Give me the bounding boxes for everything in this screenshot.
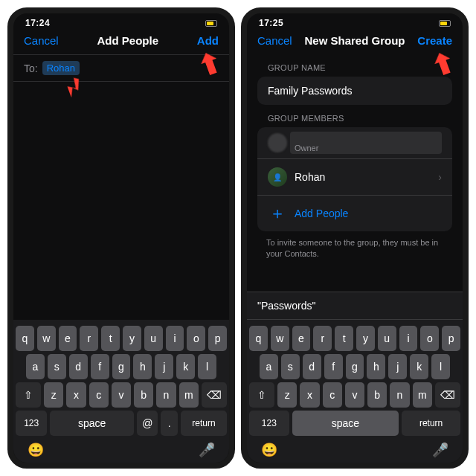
empty-content [13, 82, 229, 320]
mic-icon[interactable]: 🎤 [199, 442, 215, 458]
page-title: Add People [97, 34, 159, 47]
group-name-input[interactable] [268, 85, 442, 97]
keyboard[interactable]: q w e r t y u i o p a s d f g h [247, 320, 463, 463]
key-v[interactable]: v [345, 382, 364, 408]
key-j[interactable]: j [388, 354, 407, 379]
key-k[interactable]: k [410, 354, 428, 379]
avatar [268, 133, 287, 152]
key-e[interactable]: e [292, 326, 311, 351]
key-numbers[interactable]: 123 [249, 411, 289, 436]
key-space[interactable]: space [50, 411, 134, 436]
key-y[interactable]: y [356, 326, 375, 351]
key-f[interactable]: f [324, 354, 343, 379]
phone-new-shared-group: 17:25 Cancel New Shared Group Create GRO… [241, 7, 469, 469]
add-people-row[interactable]: ＋ Add People [257, 195, 452, 231]
keyboard[interactable]: q w e r t y u i o p a s d f g h [13, 320, 229, 463]
key-at[interactable]: @ [137, 411, 158, 436]
key-j[interactable]: j [155, 354, 173, 379]
phone-add-people: 17:24 Cancel Add People Add To: Rohan q … [7, 7, 235, 469]
key-shift[interactable]: ⇧ [249, 382, 274, 408]
key-u[interactable]: u [378, 326, 396, 351]
keyboard-row-3: ⇧ z x c v b n m ⌫ [249, 382, 460, 408]
key-z[interactable]: z [277, 382, 297, 408]
key-q[interactable]: q [16, 326, 34, 351]
key-i[interactable]: i [166, 326, 184, 351]
key-v[interactable]: v [112, 382, 131, 408]
key-d[interactable]: d [69, 354, 88, 379]
key-o[interactable]: o [420, 326, 439, 351]
key-s[interactable]: s [48, 354, 66, 379]
key-n[interactable]: n [156, 382, 176, 408]
key-z[interactable]: z [44, 382, 63, 408]
group-members-card: Owner 👤 Rohan › ＋ Add People [257, 127, 452, 231]
key-x[interactable]: x [300, 382, 319, 408]
battery-icon [205, 20, 217, 27]
key-numbers[interactable]: 123 [16, 411, 47, 436]
key-x[interactable]: x [66, 382, 86, 408]
key-i[interactable]: i [399, 326, 418, 351]
key-t[interactable]: t [101, 326, 120, 351]
key-a[interactable]: a [26, 354, 45, 379]
cancel-button[interactable]: Cancel [24, 34, 59, 47]
create-button[interactable]: Create [417, 34, 452, 47]
key-r[interactable]: r [313, 326, 332, 351]
keyboard-row-4: 123 space @ . return [16, 411, 227, 436]
key-s[interactable]: s [281, 354, 300, 379]
status-time: 17:24 [25, 18, 50, 28]
key-c[interactable]: c [323, 382, 342, 408]
key-o[interactable]: o [187, 326, 205, 351]
key-b[interactable]: b [367, 382, 387, 408]
mic-icon[interactable]: 🎤 [432, 442, 448, 458]
status-time: 17:25 [259, 18, 283, 28]
add-button[interactable]: Add [197, 34, 219, 47]
navbar: Cancel Add People Add [13, 30, 229, 54]
key-dot[interactable]: . [161, 411, 178, 436]
key-l[interactable]: l [431, 354, 450, 379]
key-b[interactable]: b [134, 382, 153, 408]
member-name: Rohan [295, 171, 325, 183]
key-w[interactable]: w [37, 326, 56, 351]
member-row[interactable]: 👤 Rohan › [257, 158, 452, 195]
key-w[interactable]: w [271, 326, 289, 351]
key-p[interactable]: p [208, 326, 227, 351]
key-q[interactable]: q [249, 326, 268, 351]
key-space[interactable]: space [292, 411, 399, 436]
key-d[interactable]: d [303, 354, 321, 379]
emoji-icon[interactable]: 😀 [28, 442, 44, 458]
group-name-row[interactable] [257, 77, 452, 105]
key-m[interactable]: m [413, 382, 432, 408]
key-l[interactable]: l [198, 354, 216, 379]
key-r[interactable]: r [80, 326, 98, 351]
key-shift[interactable]: ⇧ [16, 382, 41, 408]
key-n[interactable]: n [390, 382, 409, 408]
recipient-pill[interactable]: Rohan [42, 61, 80, 75]
key-k[interactable]: k [176, 354, 195, 379]
key-g[interactable]: g [112, 354, 131, 379]
key-t[interactable]: t [335, 326, 353, 351]
key-u[interactable]: u [144, 326, 163, 351]
page-title: New Shared Group [304, 34, 405, 47]
keyboard-row-3: ⇧ z x c v b n m ⌫ [16, 382, 227, 408]
to-field-row[interactable]: To: Rohan [13, 54, 229, 82]
key-m[interactable]: m [179, 382, 199, 408]
key-p[interactable]: p [442, 326, 460, 351]
key-f[interactable]: f [91, 354, 109, 379]
key-backspace[interactable]: ⌫ [435, 382, 460, 408]
key-backspace[interactable]: ⌫ [202, 382, 227, 408]
cancel-button[interactable]: Cancel [257, 34, 292, 47]
key-return[interactable]: return [181, 411, 227, 436]
key-h[interactable]: h [367, 354, 385, 379]
key-e[interactable]: e [59, 326, 77, 351]
key-c[interactable]: c [89, 382, 109, 408]
keyboard-row-4: 123 space return [249, 411, 460, 436]
key-return[interactable]: return [402, 411, 460, 436]
key-y[interactable]: y [123, 326, 141, 351]
key-g[interactable]: g [346, 354, 364, 379]
avatar: 👤 [268, 167, 287, 187]
key-a[interactable]: a [260, 354, 278, 379]
key-h[interactable]: h [133, 354, 152, 379]
emoji-icon[interactable]: 😀 [261, 442, 277, 458]
suggestion-item[interactable]: "Passwords" [247, 292, 463, 319]
keyboard-row-2: a s d f g h j k l [249, 354, 460, 379]
group-members-label: GROUP MEMBERS [247, 105, 463, 127]
